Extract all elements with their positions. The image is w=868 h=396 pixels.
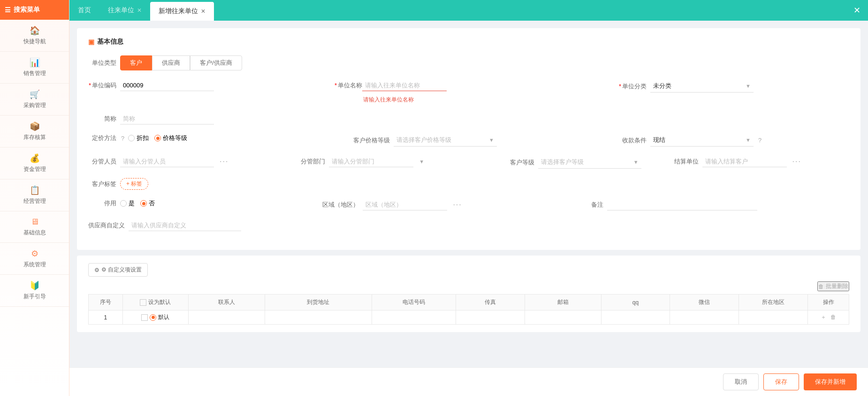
- cell-region[interactable]: [739, 311, 808, 325]
- cell-phone[interactable]: [372, 311, 456, 325]
- sidebar-item-operations[interactable]: 📋 经营管理: [0, 179, 69, 211]
- row-delete-icon[interactable]: 🗑: [830, 314, 836, 320]
- operations-icon: 📋: [30, 185, 40, 195]
- qq-input[interactable]: [619, 314, 652, 321]
- bulk-delete-button[interactable]: 🗑 批量删除: [817, 281, 849, 291]
- sidebar-item-purchase[interactable]: 🛒 采购管理: [0, 84, 69, 116]
- manager-input[interactable]: [120, 156, 214, 167]
- short-name-label: 简称: [88, 115, 116, 123]
- cancel-button[interactable]: 取消: [723, 373, 759, 390]
- row-default-radio[interactable]: 默认: [150, 313, 169, 321]
- cell-address[interactable]: [265, 311, 372, 325]
- sidebar-item-guide[interactable]: 🔰 新手引导: [0, 275, 69, 307]
- sidebar-search[interactable]: ☰ 搜索菜单: [0, 0, 69, 20]
- region-input-cell[interactable]: [757, 314, 790, 321]
- window-close-button[interactable]: ✕: [846, 0, 868, 21]
- save-and-new-button[interactable]: 保存并新增: [804, 373, 857, 390]
- cell-qq[interactable]: [601, 311, 670, 325]
- cell-wechat[interactable]: [670, 311, 739, 325]
- cell-email[interactable]: [525, 311, 601, 325]
- save-button[interactable]: 保存: [763, 373, 799, 390]
- system-icon: ⚙: [31, 248, 38, 259]
- col-default: 设为默认: [122, 295, 188, 311]
- row-add-icon[interactable]: ＋: [821, 314, 826, 320]
- col-phone: 电话号码: [372, 295, 456, 311]
- payment-terms-help-icon[interactable]: ?: [758, 137, 761, 144]
- header-checkbox[interactable]: [140, 299, 146, 306]
- tab-partner-label: 往来单位: [108, 6, 134, 15]
- contacts-table: 序号 设为默认 联系人 到货地址 电话号码 传真 邮箱 qq: [88, 294, 849, 325]
- sidebar-item-inventory[interactable]: 📦 库存核算: [0, 116, 69, 148]
- col-contact: 联系人: [189, 295, 265, 311]
- department-input[interactable]: [329, 156, 413, 167]
- unit-type-field: 单位类型 客户 供应商 客户/供应商: [88, 55, 849, 70]
- code-name-category-row: *单位编码 *单位名称 请输入往来单位名称 *单位分类 未分类 ▼: [88, 80, 849, 104]
- settlement-more[interactable]: ···: [791, 157, 803, 166]
- settlement-input[interactable]: [702, 156, 787, 167]
- contact-input[interactable]: [208, 314, 245, 321]
- sidebar-item-quick-nav[interactable]: 🏠 快捷导航: [0, 20, 69, 52]
- supplier-custom-input[interactable]: [129, 220, 241, 231]
- manager-label: 分管人员: [88, 157, 116, 166]
- unit-category-field: *单位分类 未分类 ▼: [618, 80, 849, 93]
- purchase-icon: 🛒: [30, 89, 40, 100]
- sidebar-item-label: 库存核算: [23, 133, 46, 141]
- customer-level-select[interactable]: 请选择客户等级 ▼: [538, 156, 641, 169]
- cell-contact[interactable]: [189, 311, 265, 325]
- customer-price-select[interactable]: 请选择客户价格等级 ▼: [394, 134, 497, 147]
- disabled-no-label: 否: [149, 199, 155, 208]
- fax-input[interactable]: [474, 314, 507, 321]
- sidebar-item-sales[interactable]: 📊 销售管理: [0, 52, 69, 84]
- sidebar-search-label: 搜索菜单: [14, 6, 40, 14]
- remarks-input[interactable]: [607, 199, 757, 210]
- region-input[interactable]: [363, 199, 447, 210]
- tab-partner-close[interactable]: ✕: [137, 7, 142, 14]
- pricing-method-label: 定价方法: [88, 134, 116, 142]
- sidebar-item-finance[interactable]: 💰 资金管理: [0, 148, 69, 179]
- main-area: 首页 往来单位 ✕ 新增往来单位 ✕ ✕ ▣ 基本信息 单位类型 客户: [69, 0, 868, 396]
- tab-home[interactable]: 首页: [69, 0, 99, 21]
- disabled-yes-option[interactable]: 是: [120, 199, 135, 208]
- unit-category-select[interactable]: 未分类 ▼: [650, 80, 754, 93]
- pricing-discount-option[interactable]: 折扣: [128, 134, 149, 142]
- disabled-no-option[interactable]: 否: [140, 199, 155, 208]
- region-more[interactable]: ···: [451, 201, 464, 209]
- remarks-field: 备注: [575, 199, 849, 210]
- add-tag-button[interactable]: + 标签: [120, 178, 148, 190]
- sidebar-item-label: 基础信息: [23, 229, 46, 237]
- unit-type-customer[interactable]: 客户: [120, 55, 152, 70]
- customer-level-label: 客户等级: [506, 158, 534, 167]
- disabled-yes-label: 是: [129, 199, 135, 208]
- phone-input[interactable]: [393, 314, 435, 321]
- unit-code-input[interactable]: [120, 80, 214, 91]
- unit-type-supplier[interactable]: 供应商: [152, 55, 190, 70]
- row-checkbox[interactable]: [141, 314, 148, 321]
- col-fax: 传真: [456, 295, 525, 311]
- customer-price-chevron: ▼: [489, 137, 494, 143]
- unit-type-both[interactable]: 客户/供应商: [190, 55, 242, 70]
- short-name-input[interactable]: [120, 113, 214, 124]
- col-index: 序号: [89, 295, 123, 311]
- email-input[interactable]: [544, 314, 582, 321]
- payment-terms-select[interactable]: 现结 ▼: [650, 134, 754, 147]
- basic-info-icon: 🖥: [30, 217, 39, 227]
- tab-new-partner-close[interactable]: ✕: [201, 8, 206, 15]
- tab-new-partner[interactable]: 新增往来单位 ✕: [150, 2, 214, 21]
- payment-terms-chevron: ▼: [746, 137, 751, 143]
- wechat-input[interactable]: [688, 314, 721, 321]
- custom-settings-button[interactable]: ⚙ ⚙ 自定义项设置: [88, 263, 148, 277]
- tab-partner[interactable]: 往来单位 ✕: [99, 0, 150, 21]
- unit-name-input[interactable]: [362, 80, 447, 91]
- pricing-row: 定价方法 ? 折扣 价格等级 客户价格等级: [88, 134, 849, 147]
- manager-more[interactable]: ···: [218, 157, 230, 166]
- pricing-discount-label: 折扣: [137, 134, 149, 142]
- address-input[interactable]: [290, 314, 346, 321]
- cell-fax[interactable]: [456, 311, 525, 325]
- disabled-no-radio: [140, 200, 147, 207]
- sidebar-item-basic-info[interactable]: 🖥 基础信息: [0, 211, 69, 243]
- pricing-level-radio: [154, 135, 161, 141]
- pricing-method-help-icon[interactable]: ?: [121, 135, 124, 142]
- pricing-level-option[interactable]: 价格等级: [154, 134, 187, 142]
- customer-level-placeholder: 请选择客户等级: [541, 158, 584, 166]
- sidebar-item-system[interactable]: ⚙ 系统管理: [0, 243, 69, 275]
